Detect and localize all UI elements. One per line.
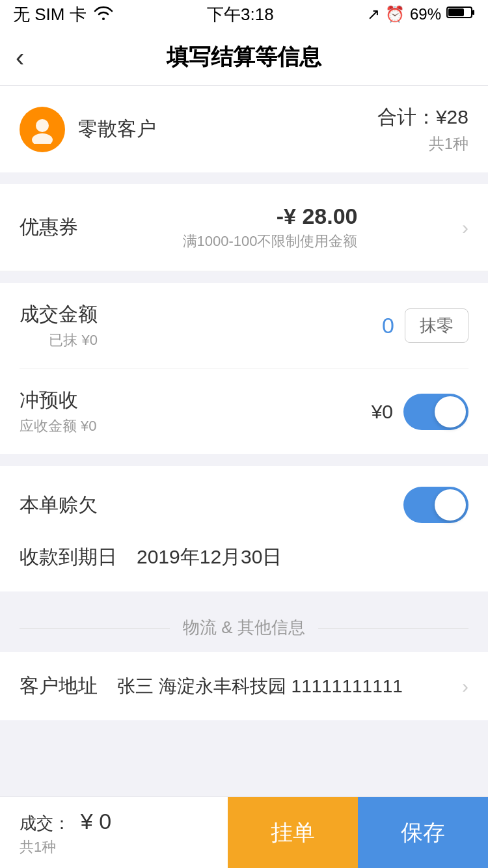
bottom-info: 成交： ¥ 0 共1种	[0, 809, 228, 857]
customer-name: 零散客户	[78, 116, 156, 142]
status-left: 无 SIM 卡	[13, 3, 114, 26]
bottom-trade-row: 成交： ¥ 0	[20, 809, 208, 835]
amount-row: 成交金额 已抹 ¥0 0 抹零	[20, 283, 468, 369]
transaction-section: 成交金额 已抹 ¥0 0 抹零 冲预收 应收金额 ¥0 ¥0	[0, 283, 488, 454]
svg-rect-2	[472, 10, 474, 15]
bottom-bar: 成交： ¥ 0 共1种 挂单 保存	[0, 796, 488, 868]
customer-row: 零散客户 合计：¥28 共1种	[0, 86, 488, 172]
back-button[interactable]: ‹	[16, 44, 24, 70]
pending-button[interactable]: 挂单	[228, 797, 358, 869]
logistics-header: 物流 & 其他信息	[0, 603, 488, 652]
coupon-label: 优惠券	[20, 214, 78, 241]
amount-col-left: 成交金额 已抹 ¥0	[20, 301, 98, 350]
round-zero-button[interactable]: 抹零	[405, 308, 468, 343]
customer-avatar	[20, 107, 65, 152]
content: 零散客户 合计：¥28 共1种 优惠券 -¥ 28.00 满1000-100不限…	[0, 86, 488, 805]
prepay-toggle-knob	[435, 396, 466, 427]
nav-bar: ‹ 填写结算等信息	[0, 29, 488, 86]
prepay-col-left: 冲预收 应收金额 ¥0	[20, 387, 97, 436]
date-row: 收款到期日 2019年12月30日	[20, 544, 468, 591]
status-time: 下午3:18	[207, 3, 274, 26]
amount-right: 0 抹零	[382, 308, 468, 343]
address-label: 客户地址	[20, 673, 104, 699]
already-rounded-text: 已抹 ¥0	[20, 331, 98, 350]
total-amount: 合计：¥28	[377, 104, 468, 131]
receivable-text: 应收金额 ¥0	[20, 416, 97, 436]
date-label: 收款到期日	[20, 544, 117, 571]
address-chevron-icon: ›	[462, 675, 468, 698]
date-value: 2019年12月30日	[137, 544, 282, 571]
alarm-icon: ⏰	[385, 5, 405, 23]
bottom-trade-label: 成交：	[20, 813, 70, 833]
prepay-toggle[interactable]	[403, 394, 468, 430]
customer-card: 零散客户 合计：¥28 共1种	[0, 86, 488, 172]
amount-label: 成交金额	[20, 301, 98, 328]
address-section: 客户地址 张三 海淀永丰科技园 11111111111 ›	[0, 652, 488, 720]
debit-toggle[interactable]	[403, 487, 468, 523]
address-row[interactable]: 客户地址 张三 海淀永丰科技园 11111111111 ›	[20, 652, 468, 720]
svg-point-4	[32, 133, 53, 144]
prepay-label: 冲预收	[20, 387, 97, 414]
address-value: 张三 海淀永丰科技园 11111111111	[117, 674, 462, 699]
customer-left: 零散客户	[20, 107, 156, 152]
coupon-row[interactable]: 优惠券 -¥ 28.00 满1000-100不限制使用金额 ›	[0, 184, 488, 271]
customer-right: 合计：¥28 共1种	[377, 104, 468, 154]
prepay-right: ¥0	[372, 394, 468, 430]
bottom-count: 共1种	[20, 837, 208, 857]
svg-point-3	[36, 119, 49, 132]
svg-rect-1	[448, 8, 464, 16]
debit-section: 本单赊欠 收款到期日 2019年12月30日	[0, 466, 488, 591]
coupon-amount: -¥ 28.00	[183, 204, 358, 229]
battery-icon	[446, 5, 475, 23]
logistics-title: 物流 & 其他信息	[170, 617, 318, 637]
total-count: 共1种	[377, 133, 468, 154]
debit-toggle-knob	[435, 489, 466, 521]
coupon-right: -¥ 28.00 满1000-100不限制使用金额	[183, 204, 358, 251]
debit-row: 本单赊欠	[20, 466, 468, 544]
coupon-desc: 满1000-100不限制使用金额	[183, 232, 358, 251]
status-right: ↗ ⏰ 69%	[367, 5, 475, 23]
bottom-trade-amount: ¥ 0	[81, 809, 111, 834]
location-icon: ↗	[367, 5, 380, 23]
battery-text: 69%	[410, 5, 441, 23]
amount-value: 0	[382, 313, 394, 338]
carrier-text: 无 SIM 卡	[13, 3, 87, 26]
prepay-row: 冲预收 应收金额 ¥0 ¥0	[20, 369, 468, 454]
coupon-section: 优惠券 -¥ 28.00 满1000-100不限制使用金额 ›	[0, 184, 488, 271]
debit-label: 本单赊欠	[20, 492, 98, 519]
wifi-icon	[93, 5, 114, 25]
status-bar: 无 SIM 卡 下午3:18 ↗ ⏰ 69%	[0, 0, 488, 29]
coupon-chevron-icon: ›	[462, 217, 468, 239]
prepay-amount: ¥0	[372, 401, 393, 423]
save-button[interactable]: 保存	[358, 797, 488, 869]
nav-title: 填写结算等信息	[167, 42, 321, 72]
